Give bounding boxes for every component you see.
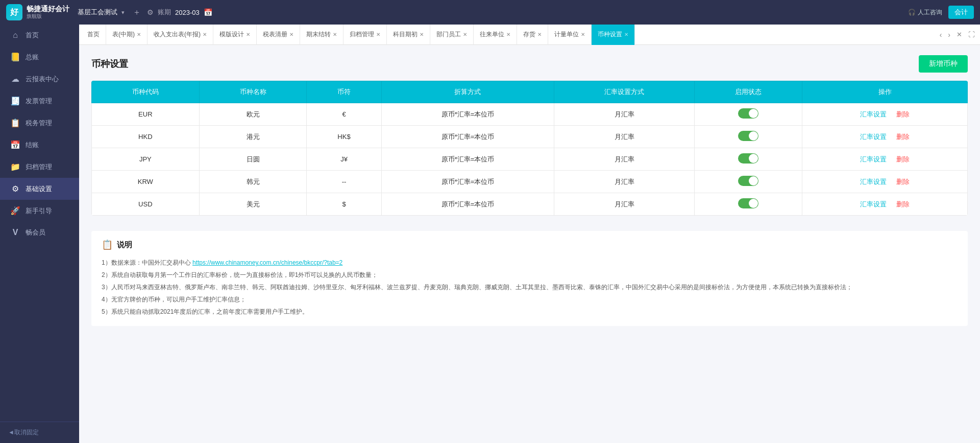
- top-bar-right: 🎧 人工咨询 会计: [908, 6, 974, 19]
- rate-setting-link[interactable]: 汇率设置: [860, 178, 887, 185]
- note-item: 5）系统只能自动抓取2021年度后的汇率，之前年度汇率需要用户手工维护。: [102, 306, 958, 318]
- cell-name: 美元: [199, 193, 307, 216]
- tab-subject-init[interactable]: 科目期初 ✕: [387, 25, 430, 45]
- delete-link[interactable]: 删除: [896, 200, 910, 208]
- logo-area[interactable]: 好 畅捷通好会计 旗舰版: [6, 4, 69, 20]
- cell-actions: 汇率设置 删除: [802, 171, 968, 193]
- table-row: HKD 港元 HK$ 原币*汇率=本位币 月汇率 汇率设置 删除: [92, 126, 968, 148]
- note-item: 2）系统自动获取每月第一个工作日的汇率标价，统一为直接标价法，即1外币可以兑换的…: [102, 269, 958, 281]
- tab-close-all-icon[interactable]: ✕: [953, 31, 965, 38]
- tab-contacts[interactable]: 往来单位 ✕: [474, 25, 517, 45]
- tab-inventory[interactable]: 存货 ✕: [517, 25, 548, 45]
- cell-code: KRW: [92, 171, 200, 193]
- cell-rate-type: 月汇率: [554, 148, 695, 171]
- account-button[interactable]: 会计: [948, 6, 974, 19]
- tab-close-icon[interactable]: ✕: [289, 32, 293, 37]
- add-workspace-icon[interactable]: ＋: [133, 7, 141, 18]
- cell-status: [695, 148, 802, 171]
- cell-symbol: --: [307, 171, 381, 193]
- workspace-name: 基层工会测试: [78, 8, 117, 17]
- tab-close-icon[interactable]: ✕: [506, 32, 510, 37]
- tab-annual-report[interactable]: 收入支出表(年报) ✕: [148, 25, 213, 45]
- new-currency-button[interactable]: 新增币种: [919, 55, 968, 73]
- col-rate-type: 汇率设置方式: [554, 81, 695, 103]
- sidebar-item-invoice[interactable]: 🧾 发票管理: [0, 90, 79, 112]
- sidebar-item-ledger[interactable]: 📒 总账: [0, 46, 79, 68]
- tab-close-icon[interactable]: ✕: [137, 32, 141, 37]
- delete-link[interactable]: 删除: [896, 178, 910, 185]
- workspace-dropdown-icon[interactable]: ▾: [121, 9, 125, 16]
- tab-archive-mgmt[interactable]: 归档管理 ✕: [344, 25, 387, 45]
- page-title: 币种设置: [91, 58, 128, 70]
- status-toggle[interactable]: [738, 153, 758, 164]
- sidebar-item-reports[interactable]: ☁ 云报表中心: [0, 68, 79, 90]
- tab-period-report[interactable]: 表(中期) ✕: [106, 25, 148, 45]
- tab-department[interactable]: 部门员工 ✕: [430, 25, 474, 45]
- sidebar-item-settings[interactable]: ⚙ 基础设置: [0, 178, 79, 200]
- tab-close-icon[interactable]: ✕: [463, 32, 467, 37]
- toggle-track[interactable]: [738, 108, 758, 119]
- calendar-icon[interactable]: 📅: [204, 8, 212, 16]
- cell-calc: 原币*汇率=本位币: [381, 171, 554, 193]
- delete-link[interactable]: 删除: [896, 155, 910, 163]
- tab-nav-controls: ‹ › ✕ ⛶: [937, 31, 978, 39]
- col-actions: 操作: [802, 81, 968, 103]
- toggle-track[interactable]: [738, 131, 758, 141]
- tab-expand-icon[interactable]: ⛶: [965, 31, 978, 38]
- content-area: 首页 表(中期) ✕ 收入支出表(年报) ✕ 模版设计 ✕ 税表清册 ✕: [79, 25, 980, 443]
- app-sub: 旗舰版: [27, 13, 69, 20]
- toggle-track[interactable]: [738, 176, 758, 186]
- tab-period-transfer[interactable]: 期末结转 ✕: [300, 25, 344, 45]
- sidebar-item-member[interactable]: V 畅会员: [0, 222, 79, 243]
- sidebar-item-archive[interactable]: 📁 归档管理: [0, 156, 79, 178]
- tab-template[interactable]: 模版设计 ✕: [213, 25, 257, 45]
- sidebar-item-tax[interactable]: 📋 税务管理: [0, 112, 79, 134]
- tab-close-icon[interactable]: ✕: [333, 32, 337, 37]
- sidebar-item-guide[interactable]: 🚀 新手引导: [0, 200, 79, 222]
- rate-setting-link[interactable]: 汇率设置: [860, 200, 887, 208]
- tab-close-icon[interactable]: ✕: [376, 32, 380, 37]
- rate-setting-link[interactable]: 汇率设置: [860, 110, 887, 118]
- rate-setting-link[interactable]: 汇率设置: [860, 133, 887, 141]
- status-toggle[interactable]: [738, 131, 758, 141]
- status-toggle[interactable]: [738, 108, 758, 119]
- cell-status: [695, 103, 802, 126]
- notes-link[interactable]: https://www.chinamoney.com.cn/chinese/bk…: [192, 259, 342, 266]
- tab-close-icon[interactable]: ✕: [203, 32, 207, 37]
- cell-symbol: J¥: [307, 148, 381, 171]
- tab-tax-list[interactable]: 税表清册 ✕: [257, 25, 300, 45]
- delete-link[interactable]: 删除: [896, 133, 910, 141]
- main-area: ⌂ 首页 📒 总账 ☁ 云报表中心 🧾 发票管理 📋 税务管理 📅 结账: [0, 25, 980, 443]
- toggle-track[interactable]: [738, 198, 758, 208]
- cell-code: USD: [92, 193, 200, 216]
- tab-next-icon[interactable]: ›: [945, 31, 953, 39]
- tab-close-icon[interactable]: ✕: [624, 32, 628, 37]
- top-bar: 好 畅捷通好会计 旗舰版 基层工会测试 ▾ ＋ ⚙ 账期 2023-03 📅 🎧…: [0, 0, 980, 25]
- tab-close-icon[interactable]: ✕: [246, 32, 250, 37]
- status-toggle[interactable]: [738, 176, 758, 186]
- delete-link[interactable]: 删除: [896, 110, 910, 118]
- sidebar-pin-toggle[interactable]: ◄取消固定: [0, 422, 79, 443]
- tab-close-icon[interactable]: ✕: [420, 32, 424, 37]
- home-icon: ⌂: [10, 31, 20, 40]
- tab-close-icon[interactable]: ✕: [537, 32, 542, 37]
- toggle-track[interactable]: [738, 153, 758, 164]
- invoice-icon: 🧾: [10, 96, 20, 106]
- tab-currency[interactable]: 币种设置 ✕: [592, 25, 635, 45]
- ledger-icon: 📒: [10, 52, 20, 62]
- app-logo-icon: 好: [6, 4, 22, 20]
- sidebar-item-closing[interactable]: 📅 结账: [0, 134, 79, 156]
- tab-prev-icon[interactable]: ‹: [937, 31, 945, 39]
- tab-home[interactable]: 首页: [81, 25, 106, 45]
- help-button[interactable]: 🎧 人工咨询: [908, 8, 942, 17]
- settings-icon: ⚙: [10, 184, 20, 194]
- table-row: EUR 欧元 € 原币*汇率=本位币 月汇率 汇率设置 删除: [92, 103, 968, 126]
- sidebar-item-home[interactable]: ⌂ 首页: [0, 25, 79, 46]
- tab-close-icon[interactable]: ✕: [581, 32, 585, 37]
- toggle-thumb: [749, 199, 758, 208]
- col-symbol: 币符: [307, 81, 381, 103]
- workspace-settings-icon[interactable]: ⚙: [147, 8, 154, 16]
- status-toggle[interactable]: [738, 198, 758, 208]
- rate-setting-link[interactable]: 汇率设置: [860, 155, 887, 163]
- tab-units[interactable]: 计量单位 ✕: [548, 25, 592, 45]
